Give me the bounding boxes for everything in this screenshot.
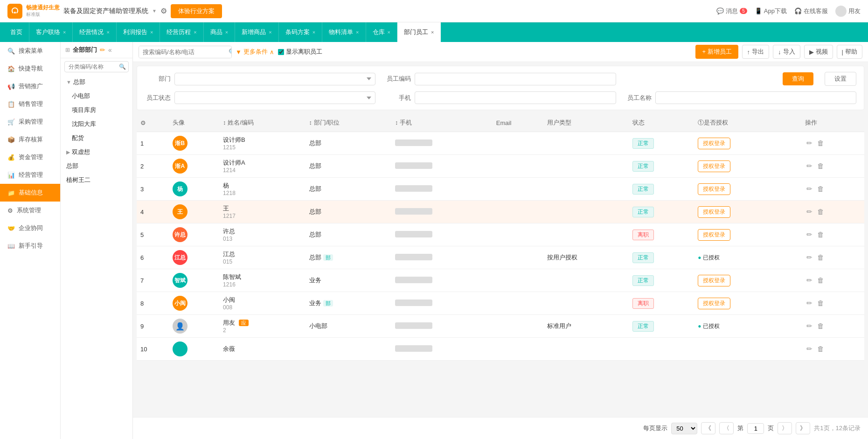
tab-history[interactable]: 经营历程× [160, 22, 203, 42]
online-support-button[interactable]: 🎧 在线客服 [794, 7, 828, 15]
dept-node-delivery[interactable]: 配货 [61, 131, 132, 145]
edit-icon[interactable]: ✏ [806, 208, 812, 216]
row-auth[interactable]: 授权登录 [694, 178, 785, 201]
row-auth[interactable] [694, 338, 785, 361]
auth-button[interactable]: 授权登录 [698, 183, 730, 195]
auth-button[interactable]: 授权登录 [698, 298, 730, 309]
page-size-select[interactable]: 50 100 [671, 423, 697, 434]
dept-collapse-icon[interactable]: « [108, 46, 112, 54]
message-button[interactable]: 💬 消息 5 [716, 7, 747, 15]
sidebar-item-search[interactable]: 🔍 搜索菜单 [0, 42, 60, 60]
tab-profit[interactable]: 利润报告× [117, 22, 160, 42]
row-auth[interactable]: 授权登录 [694, 155, 785, 178]
row-auth[interactable]: 授权登录 [694, 201, 785, 223]
col-name[interactable]: ↕ 姓名/编码 [219, 114, 306, 132]
empstatus-filter-select[interactable] [174, 91, 375, 104]
tab-operation[interactable]: 经营情况× [73, 22, 116, 42]
dept-node-shuangxu[interactable]: ▶双虚想 [61, 145, 132, 159]
tab-goods[interactable]: 商品× [204, 22, 235, 42]
prev-page-button[interactable]: 〈 [719, 422, 734, 434]
col-dept[interactable]: ↕ 部门/职位 [306, 114, 392, 132]
row-auth[interactable]: 授权登录 [694, 223, 785, 246]
next-page-button[interactable]: 〉 [778, 422, 792, 434]
tab-barcode[interactable]: 条码方案× [279, 22, 322, 42]
first-page-button[interactable]: 《 [701, 422, 715, 434]
dept-node-zongbu[interactable]: 总部 [61, 159, 132, 173]
trial-button[interactable]: 体验行业方案 [171, 4, 222, 18]
col-settings[interactable]: ⚙ [137, 114, 169, 132]
phone-filter-input[interactable] [415, 91, 616, 104]
reset-button[interactable]: 设置 [825, 72, 856, 86]
import-button[interactable]: ↓ 导入 [773, 45, 800, 59]
empname-filter-input[interactable] [655, 91, 856, 104]
user-menu-button[interactable]: 用友 [835, 6, 861, 17]
dept-node-zhushu[interactable]: 植树王二 [61, 173, 132, 187]
last-page-button[interactable]: 》 [796, 422, 810, 434]
tab-warehouse[interactable]: 仓库× [366, 22, 397, 42]
empcode-filter-input[interactable] [415, 73, 616, 85]
sidebar-item-quicknav[interactable]: 🏠 快捷导航 [0, 60, 60, 77]
edit-icon[interactable]: ✏ [806, 230, 812, 238]
dept-node-shenyang[interactable]: 沈阳大库 [61, 117, 132, 131]
gear-icon[interactable]: ⚙ [160, 7, 167, 15]
sidebar-item-inventory[interactable]: 📦 库存核算 [0, 131, 60, 148]
edit-icon[interactable]: ✏ [806, 185, 812, 193]
sidebar-item-system[interactable]: ⚙ 系统管理 [0, 202, 60, 219]
sidebar-item-mgmt[interactable]: 📊 经营管理 [0, 166, 60, 184]
close-icon[interactable]: × [356, 29, 359, 35]
delete-icon[interactable]: 🗑 [817, 345, 824, 353]
sidebar-item-finance[interactable]: 💰 资金管理 [0, 148, 60, 166]
query-button[interactable]: 查询 [783, 72, 813, 85]
sidebar-item-purchase[interactable]: 🛒 采购管理 [0, 113, 60, 131]
tab-department[interactable]: 部门员工× [397, 22, 441, 42]
tab-add-goods[interactable]: 新增商品× [235, 22, 278, 42]
row-auth[interactable]: 授权登录 [694, 132, 785, 155]
dept-node-hq[interactable]: ▼总部 [61, 75, 132, 89]
close-icon[interactable]: × [269, 29, 271, 35]
auth-button[interactable]: 授权登录 [698, 138, 730, 149]
search-button[interactable]: 🔍 [225, 46, 232, 58]
sidebar-item-basic[interactable]: 📁 基础信息 [0, 184, 60, 202]
search-input[interactable] [139, 46, 225, 58]
dept-edit-icon[interactable]: ✏ [100, 46, 105, 54]
auth-button[interactable]: 授权登录 [698, 275, 730, 286]
close-icon[interactable]: × [63, 29, 66, 35]
auth-button[interactable]: 授权登录 [698, 206, 730, 218]
edit-icon[interactable]: ✏ [806, 299, 812, 307]
close-icon[interactable]: × [106, 29, 109, 35]
delete-icon[interactable]: 🗑 [817, 299, 824, 307]
delete-icon[interactable]: 🗑 [817, 162, 824, 170]
delete-icon[interactable]: 🗑 [817, 253, 824, 261]
row-auth[interactable]: 授权登录 [694, 292, 785, 315]
edit-icon[interactable]: ✏ [806, 322, 812, 330]
show-dimission-checkbox[interactable] [278, 49, 284, 55]
edit-icon[interactable]: ✏ [806, 162, 812, 170]
view-button[interactable]: ▶ 视频 [804, 45, 833, 59]
delete-icon[interactable]: 🗑 [817, 208, 824, 216]
auth-button[interactable]: 授权登录 [698, 229, 730, 241]
edit-icon[interactable]: ✏ [806, 253, 812, 261]
edit-icon[interactable]: ✏ [806, 345, 812, 353]
dept-node-xiaodian[interactable]: 小电部 [61, 89, 132, 103]
close-icon[interactable]: × [225, 29, 228, 35]
sidebar-item-marketing[interactable]: 📢 营销推广 [0, 77, 60, 95]
delete-icon[interactable]: 🗑 [817, 230, 824, 238]
col-phone[interactable]: ↕ 手机 [391, 114, 493, 132]
close-icon[interactable]: × [312, 29, 315, 35]
help-button[interactable]: | 帮助 [837, 45, 862, 59]
system-dropdown-arrow[interactable]: ▼ [152, 8, 157, 14]
row-auth[interactable]: 授权登录 [694, 269, 785, 292]
auth-button[interactable]: 授权登录 [698, 160, 730, 172]
close-icon[interactable]: × [431, 29, 434, 35]
dept-filter-select[interactable] [174, 73, 375, 85]
tab-bom[interactable]: 物料清单× [322, 22, 366, 42]
sidebar-item-sales[interactable]: 📋 销售管理 [0, 95, 60, 113]
tab-home[interactable]: 首页 [4, 22, 29, 42]
sidebar-item-collab[interactable]: 🤝 企业协同 [0, 219, 60, 237]
delete-icon[interactable]: 🗑 [817, 276, 824, 284]
delete-icon[interactable]: 🗑 [817, 139, 824, 147]
dept-node-project[interactable]: 项目库房 [61, 103, 132, 117]
tab-customer[interactable]: 客户联络× [29, 22, 73, 42]
export-button[interactable]: ↑ 导出 [742, 45, 770, 59]
delete-icon[interactable]: 🗑 [817, 322, 824, 330]
